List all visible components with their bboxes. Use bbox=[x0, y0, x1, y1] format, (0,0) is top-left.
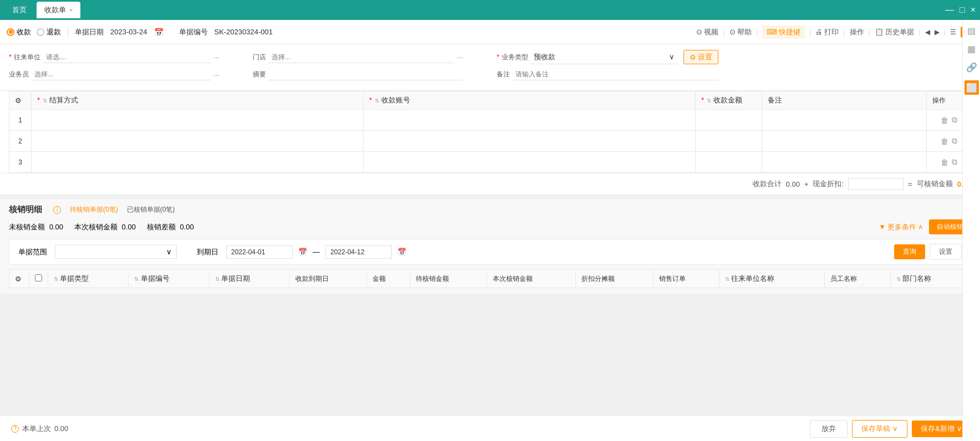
available-label: 可核销金额 bbox=[917, 179, 953, 189]
video-label: 视频 bbox=[704, 27, 718, 37]
salesperson-more-icon[interactable]: ··· bbox=[213, 70, 220, 79]
filter-right: 查询 设置 bbox=[894, 244, 962, 260]
row2-remark[interactable] bbox=[762, 131, 926, 152]
calendar-icon[interactable]: 📅 bbox=[154, 28, 164, 37]
row1-account[interactable] bbox=[363, 110, 695, 131]
bottom-checkbox-th[interactable] bbox=[29, 270, 48, 288]
help-btn[interactable]: ⊙ 帮助 bbox=[729, 27, 752, 37]
right-panel-icon3[interactable]: 🔗 bbox=[966, 62, 977, 73]
partner-input[interactable] bbox=[43, 52, 211, 63]
list-view-btn[interactable]: ☰ bbox=[950, 28, 956, 36]
row2-delete-icon[interactable]: 🗑 bbox=[941, 137, 948, 146]
footer: ? 本单上次 0.00 放弃 保存草稿 ∨ 保存&新增 ∨ bbox=[0, 416, 980, 441]
store-input[interactable] bbox=[268, 52, 455, 63]
row3-copy-icon[interactable]: ⧉ bbox=[952, 157, 957, 167]
query-button[interactable]: 查询 bbox=[894, 244, 925, 259]
save-draft-button[interactable]: 保存草稿 ∨ bbox=[852, 420, 907, 438]
row3-amount[interactable] bbox=[695, 152, 762, 173]
summary-input[interactable] bbox=[268, 69, 463, 80]
bill-no-field: 单据编号 SK-20230324-001 bbox=[179, 27, 273, 37]
toolbar-right: ⊙ 视频 | ⊙ 帮助 | ⌨ 快捷键 | 🖨 打印 | 操作 | 📋 历史单据… bbox=[696, 25, 973, 39]
footer-info: ? 本单上次 0.00 bbox=[9, 424, 68, 434]
table-row: 1 🗑 ⧉ bbox=[9, 110, 971, 131]
row3-account[interactable] bbox=[363, 152, 695, 173]
radio-group: 收款 退款 bbox=[7, 27, 61, 37]
calendar-to-icon[interactable]: 📅 bbox=[397, 248, 406, 256]
row2-account[interactable] bbox=[363, 131, 695, 152]
col-payment-method-header: * ⇅ 结算方式 bbox=[32, 91, 364, 110]
row1-delete-icon[interactable]: 🗑 bbox=[941, 116, 948, 125]
save-draft-label: 保存草稿 bbox=[861, 424, 890, 434]
date-from-input[interactable] bbox=[226, 245, 293, 259]
right-panel-icon2[interactable]: ▦ bbox=[967, 44, 976, 54]
footer-right: 放弃 保存草稿 ∨ 保存&新增 ∨ bbox=[810, 420, 971, 438]
video-btn[interactable]: ⊙ 视频 bbox=[696, 27, 718, 37]
diff-label: 核销差额 0.00 bbox=[147, 222, 194, 232]
row1-amount[interactable] bbox=[695, 110, 762, 131]
footer-note-value: 0.00 bbox=[54, 424, 68, 433]
main-content: * 往来单位 ··· 门店 ··· * 业务类型 预收款 ∨ ⚙ bbox=[0, 44, 980, 416]
remark-input[interactable] bbox=[512, 69, 718, 80]
right-panel-icon1[interactable]: ▤ bbox=[967, 25, 976, 36]
discard-button[interactable]: 放弃 bbox=[810, 420, 848, 438]
close-icon[interactable]: × bbox=[971, 5, 976, 15]
save-new-label: 保存&新增 bbox=[921, 424, 955, 434]
row2-amount[interactable] bbox=[695, 131, 762, 152]
verify-left-stats: 未核销金额 0.00 本次核销金额 0.00 核销差额 0.00 bbox=[9, 222, 194, 232]
col-due-date-header: 收款到期日 bbox=[289, 270, 367, 288]
verify-header: 核销明细 i 待核销单据(0笔) 已核销单据(0笔) bbox=[9, 204, 971, 215]
prev-btn[interactable]: ◀ bbox=[925, 28, 930, 36]
salesperson-input[interactable] bbox=[31, 69, 211, 80]
row1-remark[interactable] bbox=[762, 110, 926, 131]
tab-close-icon[interactable]: × bbox=[69, 7, 73, 13]
history-btn[interactable]: 📋 历史单据 bbox=[875, 27, 914, 37]
row3-delete-icon[interactable]: 🗑 bbox=[941, 158, 948, 167]
row3-remark[interactable] bbox=[762, 152, 926, 173]
business-type-value: 预收款 bbox=[534, 52, 555, 62]
biz-label: 业务类型 bbox=[502, 53, 528, 62]
date-to-input[interactable] bbox=[325, 245, 392, 259]
right-panel-icon4[interactable]: ⬜ bbox=[964, 80, 979, 95]
completed-tab[interactable]: 已核销单据(0笔) bbox=[127, 205, 175, 214]
print-btn[interactable]: 🖨 打印 bbox=[815, 27, 839, 37]
pending-tab[interactable]: 待核销单据(0笔) bbox=[70, 205, 118, 214]
receipt-radio-dot bbox=[9, 30, 13, 34]
settings-button[interactable]: ⚙ 设置 bbox=[683, 50, 718, 64]
row1-copy-icon[interactable]: ⧉ bbox=[952, 115, 957, 125]
next-btn[interactable]: ▶ bbox=[935, 28, 940, 36]
tab-home[interactable]: 首页 bbox=[4, 2, 34, 18]
scope-select[interactable]: ∨ bbox=[55, 245, 177, 259]
receipt-radio[interactable]: 收款 bbox=[7, 27, 31, 37]
biz-required: * bbox=[497, 53, 499, 61]
history-icon: 📋 bbox=[875, 28, 884, 36]
business-type-select[interactable]: 预收款 ∨ bbox=[530, 50, 678, 64]
operation-label: 操作 bbox=[850, 27, 864, 37]
info-icon[interactable]: i bbox=[53, 206, 61, 214]
filter-settings-button[interactable]: 设置 bbox=[930, 244, 962, 260]
shortcut-btn[interactable]: ⌨ 快捷键 bbox=[762, 25, 805, 39]
row1-payment[interactable] bbox=[32, 110, 364, 131]
date-separator: — bbox=[313, 248, 320, 256]
partner-field: * 往来单位 ··· bbox=[9, 52, 220, 63]
store-more-icon[interactable]: ··· bbox=[457, 53, 463, 61]
receipt-table: ⚙ * ⇅ 结算方式 * ⇅ 收款账号 * ⇅ 收款 bbox=[9, 91, 971, 173]
tab-current[interactable]: 收款单 × bbox=[37, 2, 80, 18]
select-all-checkbox[interactable] bbox=[35, 274, 42, 281]
bottom-settings-th[interactable]: ⚙ bbox=[9, 270, 29, 288]
row2-payment[interactable] bbox=[32, 131, 364, 152]
partner-more-icon[interactable]: ··· bbox=[213, 53, 220, 61]
row2-copy-icon[interactable]: ⧉ bbox=[952, 136, 957, 146]
restore-icon[interactable]: □ bbox=[959, 5, 965, 15]
minimize-icon[interactable]: — bbox=[945, 5, 954, 15]
settings-th[interactable]: ⚙ bbox=[9, 91, 32, 110]
calendar-from-icon[interactable]: 📅 bbox=[298, 248, 307, 256]
operation-btn[interactable]: 操作 bbox=[850, 27, 864, 37]
discount-input[interactable] bbox=[848, 178, 904, 190]
footer-info-icon[interactable]: ? bbox=[11, 425, 19, 433]
refund-radio[interactable]: 退款 bbox=[37, 27, 61, 37]
row-num-1: 1 bbox=[9, 110, 32, 131]
more-conditions-btn[interactable]: ▼ 更多条件 ∧ bbox=[879, 222, 923, 232]
refund-radio-circle bbox=[37, 28, 44, 36]
video-icon: ⊙ bbox=[696, 28, 702, 36]
row3-payment[interactable] bbox=[32, 152, 364, 173]
